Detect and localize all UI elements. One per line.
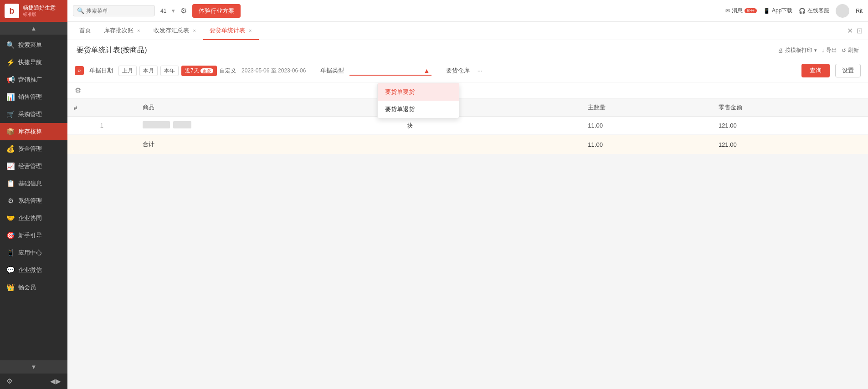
sidebar-header: b 畅捷通好生意 标准版	[0, 0, 67, 22]
filter-type-input[interactable]	[349, 66, 431, 76]
filter-warehouse-dots[interactable]: ···	[477, 67, 483, 74]
close-window-btn[interactable]: ✕	[847, 26, 853, 35]
refresh-icon: ↺	[842, 47, 846, 54]
footer-row: 合计 11.00 121.00	[67, 135, 868, 154]
data-table: # 商品 主计量单位 主数量 零售金额 1 块	[67, 99, 868, 154]
filter-query-btn[interactable]: 查询	[801, 64, 830, 77]
wechat-icon: 💬	[6, 266, 15, 274]
sidebar-item-label: 系统管理	[18, 197, 42, 205]
sidebar-item-sales[interactable]: 📊 销售管理	[0, 88, 67, 106]
phone-icon: 📱	[763, 8, 770, 14]
tab-close-stock-summary[interactable]: ×	[192, 28, 196, 33]
filter-type-label: 单据类型	[320, 67, 344, 75]
sidebar-item-finance[interactable]: 💰 资金管理	[0, 140, 67, 158]
message-btn[interactable]: ✉ 消息 99+	[725, 7, 757, 15]
col-num: #	[67, 99, 136, 117]
sidebar-item-label: 采购管理	[18, 110, 42, 118]
shortcut-icon: ⚡	[6, 58, 15, 67]
print-btn[interactable]: 🖨 按模板打印 ▾	[778, 46, 817, 54]
footer-qty: 11.00	[581, 135, 712, 154]
filter-expand-btn[interactable]: »	[75, 66, 84, 75]
tab-stock-summary[interactable]: 收发存汇总表 ×	[147, 22, 203, 40]
dropdown-chevron-icon[interactable]: ▾	[172, 7, 175, 14]
expand-window-btn[interactable]: ⊡	[857, 26, 863, 35]
table-settings-icon[interactable]: ⚙	[75, 86, 81, 95]
filter-type-chevron-icon[interactable]: ▲	[424, 67, 430, 74]
date-range-text: 2023-05-06 至 2023-06-06	[241, 67, 306, 75]
sidebar-item-basic[interactable]: 📋 基础信息	[0, 175, 67, 192]
dropdown-item-order-goods[interactable]: 要货单要货	[378, 83, 459, 101]
date-custom-btn[interactable]: 自定义	[220, 67, 236, 75]
sidebar-nav: 🔍 搜索菜单 ⚡ 快捷导航 📢 营销推广 📊 销售管理 🛒 采购管理 📦 库存核…	[0, 35, 67, 360]
export-icon: ↓	[822, 47, 824, 54]
footer-label: 合计	[136, 135, 401, 154]
footer-empty1	[67, 135, 136, 154]
headset-icon: 🎧	[799, 8, 806, 14]
sidebar-item-wechat[interactable]: 💬 企业微信	[0, 261, 67, 279]
vip-icon: 👑	[6, 283, 15, 292]
marketing-icon: 📢	[6, 76, 15, 84]
sidebar-item-enterprise[interactable]: 🤝 企业协同	[0, 210, 67, 227]
inventory-icon: 📦	[6, 128, 15, 136]
col-product: 商品	[136, 99, 401, 117]
refresh-btn[interactable]: ↺ 刷新	[842, 46, 859, 54]
trial-btn[interactable]: 体验行业方案	[192, 4, 241, 18]
online-service-btn[interactable]: 🎧 在线客服	[799, 7, 829, 15]
filter-settings-btn[interactable]: 设置	[835, 64, 861, 77]
sidebar-collapse-btn[interactable]: ◀▶	[50, 377, 61, 385]
sidebar-item-guide[interactable]: 🎯 新手引导	[0, 227, 67, 244]
sidebar-item-shortcut[interactable]: ⚡ 快捷导航	[0, 54, 67, 71]
export-btn[interactable]: ↓ 导出	[822, 46, 837, 54]
sidebar-item-label: 营销推广	[18, 76, 42, 84]
sidebar-settings-btn[interactable]: ⚙	[6, 377, 12, 385]
operation-icon: 📈	[6, 162, 15, 170]
product-name-placeholder	[143, 121, 170, 128]
row-qty: 11.00	[581, 117, 712, 135]
sidebar-item-purchase[interactable]: 🛒 采购管理	[0, 106, 67, 123]
sidebar-item-label: 库存核算	[18, 128, 42, 136]
filter-type-input-wrap: ▲	[349, 66, 431, 76]
tabs-bar: 首页 库存批次账 × 收发存汇总表 × 要货单统计表 × ✕ ⊡	[67, 22, 868, 40]
sidebar-footer: ⚙ ◀▶	[0, 373, 67, 389]
search-input[interactable]	[86, 8, 132, 14]
sidebar-item-inventory[interactable]: 📦 库存核算	[0, 123, 67, 140]
sidebar-scroll-down[interactable]: ▼	[0, 360, 67, 373]
tab-close-order-stats[interactable]: ×	[248, 28, 252, 33]
user-avatar[interactable]	[836, 4, 849, 18]
topbar: 🔍 41 ▾ ⚙ 体验行业方案 ✉ 消息 99+ 📱 App下载 🎧 在线客服 …	[67, 0, 868, 22]
sidebar-item-vip[interactable]: 👑 畅会员	[0, 279, 67, 296]
filter-warehouse-label: 要货仓库	[446, 67, 470, 75]
message-icon: ✉	[725, 8, 730, 14]
filter-date-label: 单据日期	[89, 67, 113, 75]
sidebar-item-label: 搜索菜单	[18, 41, 42, 49]
app-download-btn[interactable]: 📱 App下载	[763, 7, 792, 15]
purchase-icon: 🛒	[6, 110, 15, 118]
tab-inventory-batch[interactable]: 库存批次账 ×	[98, 22, 147, 40]
table-body: 1 块 11.00 121.00	[67, 117, 868, 135]
sidebar-item-system[interactable]: ⚙ 系统管理	[0, 192, 67, 210]
row-amount: 121.00	[712, 117, 868, 135]
topbar-search-bar[interactable]: 🔍	[73, 5, 155, 16]
tab-home[interactable]: 首页	[73, 22, 98, 40]
content-area: 要货单统计表(按商品) 🖨 按模板打印 ▾ ↓ 导出 ↺ 刷新 »	[67, 40, 868, 389]
print-chevron-icon: ▾	[814, 47, 817, 53]
sidebar-scroll-up[interactable]: ▲	[0, 22, 67, 35]
tab-close-inventory-batch[interactable]: ×	[136, 28, 141, 33]
sidebar-item-marketing[interactable]: 📢 营销推广	[0, 71, 67, 88]
sidebar-item-operation[interactable]: 📈 经营管理	[0, 158, 67, 175]
tab-order-stats[interactable]: 要货单统计表 ×	[203, 22, 259, 40]
user-name: Rit	[856, 8, 863, 14]
finance-icon: 💰	[6, 145, 15, 153]
topbar-settings-icon[interactable]: ⚙	[180, 6, 187, 15]
sidebar-item-search[interactable]: 🔍 搜索菜单	[0, 36, 67, 54]
dropdown-item-order-return[interactable]: 要货单退货	[378, 101, 459, 118]
table-toolbar: ⚙	[67, 82, 868, 99]
date-btn-this-year[interactable]: 本年	[160, 66, 179, 76]
date-btn-this-month[interactable]: 本月	[139, 66, 158, 76]
date-btn-last-month[interactable]: 上月	[118, 66, 137, 76]
sidebar-item-appstore[interactable]: 📱 应用中心	[0, 244, 67, 261]
date-btn-recent-7[interactable]: 近7天 更多	[181, 66, 217, 76]
sidebar-item-label: 资金管理	[18, 145, 42, 153]
sales-icon: 📊	[6, 93, 15, 101]
col-amount: 零售金额	[712, 99, 868, 117]
